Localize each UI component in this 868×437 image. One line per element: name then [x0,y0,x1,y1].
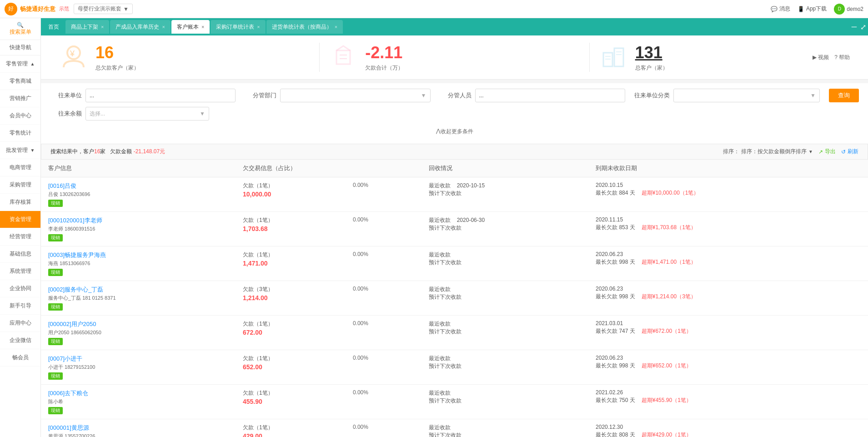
sidebar-item-member[interactable]: 会员中心 [0,107,40,125]
debt-amount[interactable]: 1,214.00 [243,294,335,301]
due-date-cell: 2020.06.23 最长欠款 998 天 超期¥1,471.00（1笔） [588,246,868,281]
debt-amount[interactable]: 1,471.00 [243,260,335,267]
overdue-link[interactable]: 超期¥1,703.68（1笔） [642,224,696,231]
stat-debt-amount: -2.11 欠款合计（万） [320,43,589,72]
minimize-icon[interactable]: ─ [852,23,857,31]
debt-amount[interactable]: 429.00 [243,432,335,437]
manager-input[interactable]: ... [475,89,625,102]
sidebar-item-retail-mgmt[interactable]: 零售管理 ▲ [0,55,40,73]
sidebar-search[interactable]: 🔍 搜索菜单 [0,18,40,40]
debt-amount[interactable]: 652.00 [243,363,335,371]
search-icon: 🔍 [17,22,24,28]
customer-name[interactable]: [0006]去下粮仓 [48,389,228,397]
customer-name[interactable]: [0003]畅捷服务尹海燕 [48,251,228,259]
sidebar-item-inventory[interactable]: 库存核算 [0,194,40,211]
sidebar-item-member-vip[interactable]: 畅会员 [0,349,40,367]
sidebar-item-ecommerce[interactable]: 电商管理 [0,159,40,176]
customer-info-cell: [0007]小进干 小进干 18279152100 现销 [41,350,236,385]
tab-customer-account-close[interactable]: × [201,24,204,30]
sidebar-quick-nav-label: 快捷导航 [10,44,31,50]
debt-amount[interactable]: 10,000.00 [243,191,335,198]
svg-text:¥: ¥ [70,49,75,58]
next-collect: 预计下次收款 [429,259,581,266]
customer-name[interactable]: [0001020001]李老师 [48,216,228,225]
tab-purchase-order[interactable]: 采购订单统计表 × [211,20,265,34]
overdue-link[interactable]: 超期¥429.00（1笔） [642,432,692,437]
debt-percent-cell: 0.00% [342,350,421,385]
customer-name[interactable]: [0016]吕俊 [48,182,228,190]
sidebar-item-enterprise-wechat[interactable]: 企业微信 [0,332,40,349]
sidebar-item-label-inventory: 库存核算 [10,198,31,206]
refresh-button[interactable]: ↺ 刷新 [841,148,858,156]
balance-select[interactable]: 选择... ▼ [85,107,209,121]
customer-name[interactable]: [000002]用户2050 [48,320,228,328]
department-select[interactable]: ▼ [280,89,430,102]
overdue-link[interactable]: 超期¥10,000.00（1笔） [642,190,699,196]
debt-amount[interactable]: 455.90 [243,398,335,405]
overdue-link[interactable]: 超期¥652.00（1笔） [642,362,692,369]
sidebar-item-basic-info[interactable]: 基础信息 [0,246,40,263]
sidebar-item-app-center[interactable]: 应用中心 [0,315,40,332]
query-button[interactable]: 查询 [829,89,859,102]
department-label: 分管部门 [245,91,276,100]
video-link[interactable]: ▶ 视频 [813,54,829,61]
overdue-link[interactable]: 超期¥1,471.00（1笔） [642,259,696,265]
sidebar-item-finance[interactable]: 资金管理 [0,211,40,228]
overdue-link[interactable]: 超期¥672.00（1笔） [642,328,692,334]
tab-stock-stats[interactable]: 进货单统计表（按商品） × [266,20,343,34]
tab-products[interactable]: 商品上下架 × [65,20,109,34]
unit-category-select[interactable]: ▼ [673,89,820,102]
tab-home[interactable]: 首页 [43,20,65,34]
help-link[interactable]: ? 帮助 [834,54,850,61]
tab-production-close[interactable]: × [162,24,165,30]
message-button[interactable]: 💬 消息 [771,5,790,13]
sort-selector[interactable]: 排序： 排序：按欠款金额倒序排序 ▼ [723,148,813,156]
tab-production[interactable]: 产成品入库单历史 × [110,20,170,34]
svg-rect-5 [614,48,623,66]
sidebar-item-system[interactable]: 系统管理 [0,263,40,280]
sidebar-item-marketing[interactable]: 营销推广 [0,90,40,107]
stats-row: ¥ 16 总欠款客户（家） [41,35,868,80]
source-unit-input[interactable]: ... [85,89,236,102]
app-download-button[interactable]: 📱 App下载 [798,5,827,13]
return-info-cell: 最近收款 2020-10-15 预计下次收款 [421,177,588,212]
customer-name[interactable]: [000001]黄思源 [48,424,228,432]
due-date: 2021.02.26 [596,389,861,396]
sidebar-item-retail-store[interactable]: 零售商城 [0,73,40,90]
user-profile[interactable]: D demo2 [834,4,863,15]
tab-customer-account[interactable]: 客户账本 × [171,20,210,34]
last-collect: 最近收款 2020-10-15 [429,182,581,190]
sidebar-item-batch-mgmt[interactable]: 批发管理 ▼ [0,142,40,159]
sidebar-item-new-guide[interactable]: 新手引导 [0,297,40,315]
manager-dots: ... [479,92,484,99]
sidebar-quick-nav[interactable]: 快捷导航 [0,40,40,55]
collapse-btn[interactable]: ⋀ 收起更多条件 [50,125,859,138]
results-actions: 排序： 排序：按欠款金额倒序排序 ▼ ↗ 导出 ↺ 刷新 [723,148,858,156]
app-subtitle: 示范 [59,5,69,12]
debt-amount[interactable]: 1,703.68 [243,225,335,232]
tab-purchase-order-close[interactable]: × [257,24,260,30]
tab-stock-stats-label: 进货单统计表（按商品） [272,23,332,31]
maximize-icon[interactable]: ⤢ [860,23,866,31]
chevron-down-icon: ▲ [30,61,35,66]
total-customers-label: 总客户（家） [635,64,668,72]
sidebar-item-label-basic: 基础信息 [10,250,31,258]
tab-products-close[interactable]: × [101,24,104,30]
tab-stock-stats-close[interactable]: × [335,24,337,30]
customer-name[interactable]: [0002]服务中心_丁磊 [48,286,228,294]
sidebar-item-purchase[interactable]: 采购管理 [0,176,40,194]
debt-amount[interactable]: 672.00 [243,329,335,336]
customer-name[interactable]: [0007]小进干 [48,355,228,363]
table-row: [000001]黄思源 黄思源 13552700226 现销 欠款（1笔） 42… [41,419,868,437]
overdue-link[interactable]: 超期¥1,214.00（3笔） [642,293,696,300]
sidebar-item-operations[interactable]: 经营管理 [0,228,40,246]
export-button[interactable]: ↗ 导出 [818,148,836,156]
debt-count: 欠款（1笔） [243,320,335,328]
overdue-link[interactable]: 超期¥455.90（1笔） [642,397,692,403]
export-icon: ↗ [818,149,823,155]
store-selector[interactable]: 母婴行业演示账套 ▼ [74,4,133,14]
sidebar-item-retail-stats[interactable]: 零售统计 [0,125,40,142]
sidebar-item-enterprise[interactable]: 企业协同 [0,280,40,297]
sidebar-item-label-guide: 新手引导 [10,302,31,310]
th-customer-info: 客户信息 [41,160,236,177]
